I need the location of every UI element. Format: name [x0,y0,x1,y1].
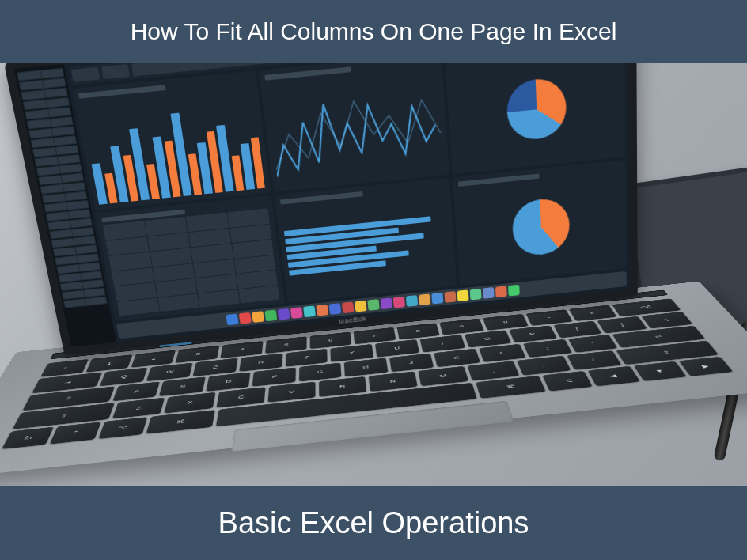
dock-app-icon [367,299,379,311]
dock-app-icon [278,308,290,320]
dock-app-icon [226,314,238,326]
dock-app-icon [419,293,430,305]
chart-panel-bars [72,70,271,210]
donut-chart-icon [512,197,571,258]
dock-app-icon [431,293,443,305]
dock-app-icon [444,291,456,303]
footer-title: Basic Excel Operations [218,506,529,540]
dock-app-icon [264,309,277,321]
dock-app-icon [342,301,355,313]
header-bar: How To Fit All Columns On One Page In Ex… [0,0,747,63]
dock-app-icon [483,287,495,299]
dock-app-icon [406,295,418,307]
laptop: MacBok ~1234567890-=⌫ ⇥QWERTYUIOP[]\ ⇪AS… [9,63,747,486]
chart-panel-line [259,63,449,192]
dock-app-icon [393,297,405,308]
header-title: How To Fit All Columns On One Page In Ex… [131,18,617,45]
pie-chart-icon [506,77,567,142]
dock-app-icon [355,301,367,312]
chart-panel-hbars [275,178,457,303]
dock-app-icon [457,289,469,301]
dock-app-icon [329,303,342,315]
dock-app-icon [316,305,328,316]
dock-app-icon [252,311,264,323]
chart-panel-table [96,196,286,321]
chart-panel-pie [444,63,625,175]
chart-panel-donut [453,161,627,286]
hero-scene: MacBok ~1234567890-=⌫ ⇥QWERTYUIOP[]\ ⇪AS… [0,63,747,486]
dock-app-icon [508,285,520,297]
dock-app-icon [495,286,507,297]
dock-app-icon [239,312,252,324]
dock-app-icon [303,305,316,317]
dock-app-icon [470,289,482,301]
dock-app-icon [290,307,303,319]
footer-bar: Basic Excel Operations [0,486,747,560]
dock-app-icon [381,297,392,309]
